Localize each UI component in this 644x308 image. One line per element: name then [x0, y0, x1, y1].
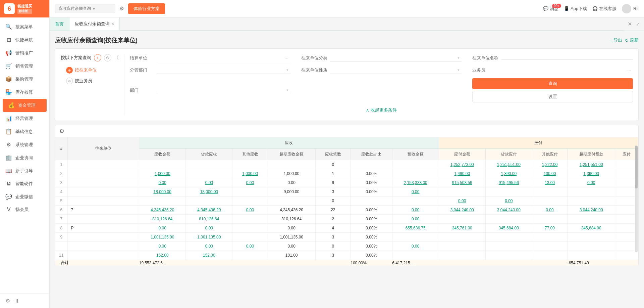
- input-partner-category[interactable]: ▾: [330, 54, 462, 62]
- cell-recv_loan[interactable]: [186, 160, 232, 169]
- cell-recv_prepay[interactable]: [392, 196, 439, 206]
- cell-pay_overdue[interactable]: [568, 242, 615, 251]
- cell-pay_overdue[interactable]: [568, 187, 615, 196]
- cell-recv_loan[interactable]: 152.00: [186, 251, 232, 260]
- cell-pay_other[interactable]: 1,222.00: [532, 160, 567, 169]
- cell-pay_amount[interactable]: [439, 251, 485, 260]
- cell-recv_prepay[interactable]: 0.00: [392, 187, 439, 196]
- cell-recv_loan[interactable]: 0.00: [186, 242, 232, 251]
- scheme-by-salesman[interactable]: ⊙ 按业务员: [63, 76, 119, 86]
- cell-pay_amount[interactable]: [439, 242, 485, 251]
- cell-pay_other[interactable]: [532, 242, 567, 251]
- refresh-button[interactable]: ↻ 刷新: [625, 37, 639, 43]
- sidebar-item-企业微信[interactable]: 💬 企业微信: [0, 190, 49, 203]
- cell-recv_other[interactable]: [232, 196, 268, 206]
- collapse-icon[interactable]: ⏸: [14, 298, 19, 304]
- filter-settings-button[interactable]: ⊙: [104, 54, 111, 61]
- settings-button[interactable]: 设置: [472, 91, 633, 102]
- cell-pay_amount[interactable]: [439, 233, 485, 242]
- cell-recv_loan[interactable]: [186, 196, 232, 206]
- cell-pay_amount[interactable]: [439, 215, 485, 224]
- cell-pay_other[interactable]: 100.00: [532, 169, 567, 178]
- topbar-gear-icon[interactable]: ⚙: [118, 4, 125, 13]
- cell-recv_prepay[interactable]: 0.00: [392, 215, 439, 224]
- cell-pay_overdue[interactable]: 1,390.00: [568, 169, 615, 178]
- cell-recv_amount[interactable]: [139, 160, 186, 169]
- cell-pay_amount[interactable]: [439, 187, 485, 196]
- filter-add-button[interactable]: +: [94, 54, 101, 61]
- cell-pay_other[interactable]: [532, 233, 567, 242]
- sidebar-item-库存核算[interactable]: 🏪 库存核算: [0, 86, 49, 99]
- cell-recv_prepay[interactable]: [392, 169, 439, 178]
- cell-recv_other[interactable]: [232, 224, 268, 233]
- cell-recv_amount[interactable]: 1,001,135.00: [139, 233, 186, 242]
- input-salesman[interactable]: ···: [499, 66, 633, 74]
- cell-pay_other[interactable]: [532, 215, 567, 224]
- tab-close-icon[interactable]: ×: [112, 21, 114, 26]
- cell-pay_overdue[interactable]: [568, 251, 615, 260]
- table-settings-icon[interactable]: ⚙: [59, 128, 64, 134]
- scrollbar-thumb[interactable]: [635, 146, 638, 188]
- cell-recv_amount[interactable]: 0.00: [139, 242, 186, 251]
- user-info[interactable]: Rit: [622, 4, 639, 13]
- cell-recv_other[interactable]: [232, 160, 268, 169]
- cell-recv_amount[interactable]: 4,345,436.20: [139, 206, 186, 215]
- cell-pay_amount[interactable]: 1,252,773.00: [439, 160, 485, 169]
- cell-recv_loan[interactable]: 810,126.64: [186, 215, 232, 224]
- cell-pay_loan[interactable]: 3,044,240.00: [485, 206, 532, 215]
- cell-pay_loan[interactable]: [485, 187, 532, 196]
- cell-pay_loan[interactable]: 1,251,551.00: [485, 160, 532, 169]
- cell-recv_other[interactable]: [232, 215, 268, 224]
- sidebar-item-搜索菜单[interactable]: 🔍 搜索菜单: [0, 20, 49, 33]
- cell-recv_prepay[interactable]: 655,636.75: [392, 224, 439, 233]
- cell-pay_amount[interactable]: 345,761.00: [439, 224, 485, 233]
- cell-recv_loan[interactable]: 0.00: [186, 224, 232, 233]
- cell-pay_overdue[interactable]: 1,251,551.00: [568, 160, 615, 169]
- input-dept[interactable]: ▾: [157, 87, 290, 94]
- cell-recv_prepay[interactable]: 0.00: [392, 242, 439, 251]
- cell-pay_other[interactable]: 13.00: [532, 178, 567, 187]
- cell-recv_amount[interactable]: 152.00: [139, 251, 186, 260]
- sidebar-item-新手引导[interactable]: 📖 新手引导: [0, 164, 49, 177]
- cell-pay_amount[interactable]: 0.00: [439, 196, 485, 206]
- cell-pay_other[interactable]: 77.00: [532, 224, 567, 233]
- settings-icon[interactable]: ⚙: [5, 298, 10, 304]
- export-button[interactable]: ↑ 导出: [610, 37, 623, 43]
- cell-pay_overdue[interactable]: 0.00: [568, 178, 615, 187]
- cell-recv_loan[interactable]: 1,001,135.00: [186, 233, 232, 242]
- input-partner-nature[interactable]: ▾: [330, 67, 462, 74]
- cell-pay_loan[interactable]: 915,495.56: [485, 178, 532, 187]
- cell-pay_overdue[interactable]: 345,684.00: [568, 224, 615, 233]
- cell-recv_loan[interactable]: [186, 169, 232, 178]
- sidebar-item-畅会员[interactable]: V 畅会员: [0, 203, 49, 216]
- filter-collapse-button[interactable]: 《: [114, 55, 119, 61]
- cell-recv_amount[interactable]: 0.00: [139, 224, 186, 233]
- cell-pay_other[interactable]: [532, 187, 567, 196]
- cta-button[interactable]: 体验行业方案: [128, 3, 165, 14]
- input-settlement[interactable]: ···: [157, 54, 290, 62]
- cell-pay_overdue[interactable]: [568, 215, 615, 224]
- cell-recv_amount[interactable]: [139, 196, 186, 206]
- sidebar-item-销售管理[interactable]: 🛒 销售管理: [0, 59, 49, 73]
- sidebar-item-智能硬件[interactable]: 🖥 智能硬件: [0, 177, 49, 190]
- cell-recv_amount[interactable]: 0.00: [139, 178, 186, 187]
- query-button[interactable]: 查询: [472, 78, 633, 89]
- cell-pay_loan[interactable]: [485, 233, 532, 242]
- cell-recv_other[interactable]: [232, 187, 268, 196]
- cell-recv_prepay[interactable]: 0.00: [392, 206, 439, 215]
- cell-recv_other[interactable]: 1,000.00: [232, 169, 268, 178]
- input-partner-name[interactable]: [501, 57, 633, 60]
- sidebar-item-企业协同[interactable]: 🏢 企业协同: [0, 151, 49, 164]
- cell-pay_other[interactable]: 0.00: [532, 206, 567, 215]
- messages-action[interactable]: 💬 消息 99+: [543, 6, 558, 12]
- cell-recv_amount[interactable]: 810,126.64: [139, 215, 186, 224]
- cell-recv_loan[interactable]: 4,345,436.20: [186, 206, 232, 215]
- input-dept-manage[interactable]: ▾: [157, 67, 290, 74]
- online-service-action[interactable]: 🎧 在线客服: [592, 6, 616, 12]
- sidebar-item-快捷导航[interactable]: ⊞ 快捷导航: [0, 33, 49, 46]
- cell-recv_prepay[interactable]: 2,153,333.00: [392, 178, 439, 187]
- sidebar-item-经营管理[interactable]: 📊 经营管理: [0, 112, 49, 125]
- cell-pay_overdue[interactable]: [568, 233, 615, 242]
- tab-close-window[interactable]: ✕: [628, 21, 632, 27]
- tab-receivable[interactable]: 应收应付余额查询 ×: [69, 17, 120, 31]
